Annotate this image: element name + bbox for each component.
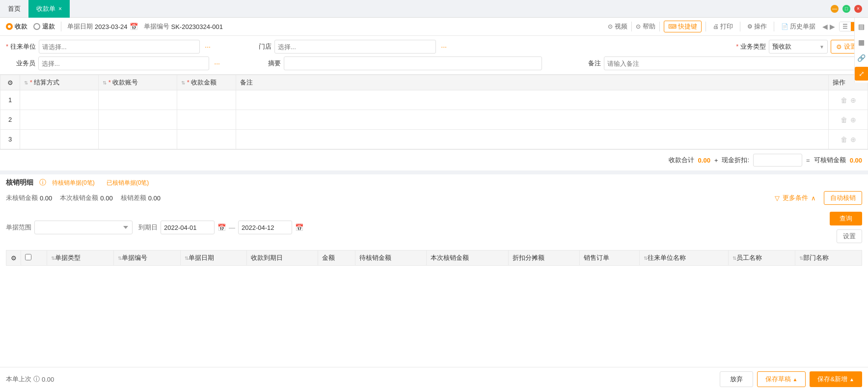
calendar-to-icon[interactable]: 📅 xyxy=(295,223,303,231)
minimize-button[interactable]: — xyxy=(831,5,839,13)
counterpart-more-icon[interactable]: ··· xyxy=(203,43,213,51)
row-settle[interactable] xyxy=(20,110,99,130)
radio-group: 收款 退款 xyxy=(6,22,55,31)
toolbar-right: ⊙ 视频 ⊙ 帮助 ⌨ 快捷键 🖨 打印 ⚙ 操作 📄 历史单据 ◀ ▶ ☰ ⊞ xyxy=(608,21,862,32)
more-conditions-btn[interactable]: ▽ 更多条件 ∧ xyxy=(775,194,816,202)
help-btn[interactable]: ⊙ 帮助 xyxy=(636,22,655,31)
business-type-field: * 业务类型 预收款 ▼ ⚙ 设置 xyxy=(655,40,862,54)
settings-gear-icon: ⚙ xyxy=(836,43,842,51)
close-button[interactable]: × xyxy=(854,5,862,13)
select-all-checkbox[interactable] xyxy=(25,254,31,260)
video-btn[interactable]: ⊙ 视频 xyxy=(608,22,627,31)
nav-arrows: ◀ ▶ xyxy=(822,23,835,30)
more-conditions-label: 更多条件 xyxy=(783,194,808,202)
sidebar-icon-4[interactable]: ⤢ xyxy=(855,67,868,81)
th-settings[interactable]: ⚙ xyxy=(0,75,20,90)
prev-btn[interactable]: ◀ xyxy=(822,23,828,30)
draft-button[interactable]: 保存草稿 ▲ xyxy=(757,371,806,387)
row-delete-icon[interactable]: 🗑 xyxy=(841,96,847,104)
number-field: 单据编号 SK-20230324-001 xyxy=(144,22,223,31)
tab-home[interactable]: 首页 xyxy=(0,0,28,18)
next-btn[interactable]: ▶ xyxy=(830,23,835,30)
query-button[interactable]: 查询 xyxy=(830,212,862,225)
shop-more-icon[interactable]: ··· xyxy=(439,43,449,51)
row-account[interactable] xyxy=(99,130,177,149)
sidebar-icon-2[interactable]: ▦ xyxy=(855,35,868,49)
summary-row: 收款合计 0.00 + 现金折扣: = 可核销金额 0.00 xyxy=(0,149,868,170)
shortcut-btn[interactable]: ⌨ 快捷键 xyxy=(664,21,702,32)
receipt-table: ⚙ ⇅ * 结算方式 ⇅ * 收款账号 ⇅ xyxy=(0,75,868,149)
sidebar-icon-1[interactable]: ▤ xyxy=(855,20,868,33)
range-label: 单据范围 xyxy=(6,223,31,232)
row-copy-icon[interactable]: ⊕ xyxy=(850,116,856,124)
row-amount[interactable] xyxy=(177,90,236,110)
counterpart-input[interactable] xyxy=(39,40,200,54)
note-field: 备注 xyxy=(571,56,862,70)
abandon-button[interactable]: 放弃 xyxy=(720,371,753,387)
nuclear-title: 核销明细 xyxy=(6,178,33,187)
section-divider xyxy=(0,170,868,174)
discount-input[interactable] xyxy=(753,154,802,167)
row-delete-icon[interactable]: 🗑 xyxy=(841,116,847,124)
filter-icon: ▽ xyxy=(775,195,780,202)
staff-more-icon[interactable]: ··· xyxy=(212,59,222,67)
summary-input[interactable] xyxy=(284,56,542,70)
done-tab[interactable]: 已核销单据(0笔) xyxy=(107,179,149,187)
row-delete-icon[interactable]: 🗑 xyxy=(841,136,847,143)
tab-bar: 首页 收款单 × — □ × xyxy=(0,0,868,18)
date-from-input[interactable] xyxy=(161,221,215,234)
range-select[interactable] xyxy=(34,221,133,234)
row-account[interactable] xyxy=(99,110,177,130)
row-settle[interactable] xyxy=(20,90,99,110)
radio-receive[interactable]: 收款 xyxy=(6,22,27,31)
row-remark[interactable] xyxy=(236,130,829,149)
history-btn[interactable]: 📄 历史单据 xyxy=(778,21,818,32)
calendar-from-icon[interactable]: 📅 xyxy=(217,223,226,231)
pending-tab[interactable]: 待核销单据(0笔) xyxy=(52,179,95,187)
bottom-info-icon[interactable]: ⓘ xyxy=(33,375,40,384)
nuclear-section: 核销明细 ⓘ 待核销单据(0笔) 已核销单据(0笔) 未核销金额 0.00 本次… xyxy=(0,174,868,367)
filter-settings-button[interactable]: 设置 xyxy=(837,229,862,243)
th-remark: 备注 xyxy=(236,75,829,90)
calendar-icon[interactable]: 📅 xyxy=(130,23,138,30)
shop-label: 门店 xyxy=(242,42,271,51)
tab-receipt[interactable]: 收款单 × xyxy=(28,0,70,18)
total-label: 收款合计 xyxy=(669,156,694,165)
note-input[interactable] xyxy=(604,56,862,70)
summary-label: 摘要 xyxy=(251,59,281,68)
operations-btn[interactable]: ⚙ 操作 xyxy=(744,21,770,32)
radio-receive-circle xyxy=(6,23,13,30)
auto-cancel-button[interactable]: 自动核销 xyxy=(824,191,862,205)
gear-icon: ⚙ xyxy=(7,79,13,86)
print-btn[interactable]: 🖨 打印 xyxy=(710,21,736,32)
table-row: 2 🗑 ⊕ xyxy=(0,110,868,130)
uncancelled-label: 未核销金额 xyxy=(6,194,38,202)
shop-input[interactable] xyxy=(274,40,436,54)
date-to-input[interactable] xyxy=(238,221,292,234)
th-checkbox-all[interactable] xyxy=(21,251,47,266)
row-copy-icon[interactable]: ⊕ xyxy=(850,136,856,143)
staff-input[interactable] xyxy=(38,56,209,70)
sidebar-icon-3[interactable]: 🔗 xyxy=(855,51,868,65)
diff-label: 核销差额 xyxy=(121,194,146,202)
row-copy-icon[interactable]: ⊕ xyxy=(850,96,856,104)
business-type-select[interactable]: 预收款 ▼ xyxy=(769,40,828,54)
available-value: 0.00 xyxy=(850,157,862,164)
row-settle[interactable] xyxy=(20,130,99,149)
radio-refund[interactable]: 退款 xyxy=(33,22,55,31)
row-num: 1 xyxy=(0,90,20,110)
th-account: ⇅ * 收款账号 xyxy=(99,75,177,90)
list-view-btn[interactable]: ☰ xyxy=(840,22,851,31)
nuclear-info-icon[interactable]: ⓘ xyxy=(39,178,46,187)
row-account[interactable] xyxy=(99,90,177,110)
note-label: 备注 xyxy=(571,59,601,68)
row-amount[interactable] xyxy=(177,110,236,130)
save-new-button[interactable]: 保存&新增 ▲ xyxy=(810,371,862,387)
th-checkbox[interactable]: ⚙ xyxy=(6,251,21,266)
row-remark[interactable] xyxy=(236,90,829,110)
row-amount[interactable] xyxy=(177,130,236,149)
right-sidebar: ▤ ▦ 🔗 ⤢ xyxy=(854,18,868,83)
maximize-button[interactable]: □ xyxy=(842,5,850,13)
tab-close-icon[interactable]: × xyxy=(58,0,62,18)
row-remark[interactable] xyxy=(236,110,829,130)
